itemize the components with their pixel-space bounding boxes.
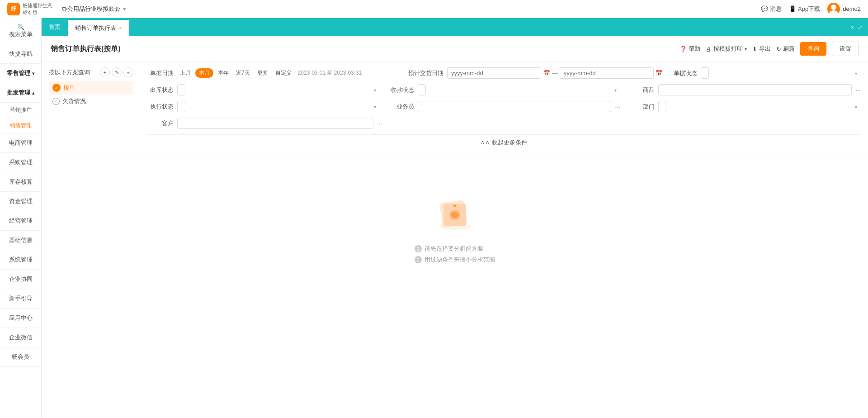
date-range-display: 2023-03-01 至 2023-03-31 xyxy=(298,69,362,77)
sidebar-item-system[interactable]: 系统管理 xyxy=(0,250,41,270)
main-layout: 🔍 搜索菜单 快捷导航 零售管理 ▾ 批发管理 ▴ 营销推广 销售管理 电商管理… xyxy=(0,18,868,418)
tab-active[interactable]: 销售订单执行表 × xyxy=(68,20,129,36)
dept-select[interactable] xyxy=(658,101,666,112)
breadcrumb-text: 办公用品行业模拟账套 xyxy=(61,5,120,13)
filter-left-header: 按以下方案查询 + ✎ « xyxy=(49,67,133,77)
sidebar-item-ecommerce[interactable]: 电商管理 xyxy=(0,133,41,153)
logo-area: 好 畅捷通好生意 标准版 xyxy=(7,2,52,15)
sidebar-item-app-center[interactable]: 应用中心 xyxy=(0,309,41,328)
sidebar-item-retail[interactable]: 零售管理 ▾ xyxy=(0,64,41,83)
tip-number-1: 1 xyxy=(415,245,422,252)
date-tab-more[interactable]: 更多 xyxy=(255,68,271,78)
message-button[interactable]: 💬 消息 xyxy=(761,5,782,13)
sidebar-item-search[interactable]: 🔍 搜索菜单 xyxy=(0,18,41,44)
sidebar-item-sales[interactable]: 销售管理 xyxy=(0,118,41,133)
print-icon: 🖨 xyxy=(706,46,712,52)
date-tab-this-month[interactable]: 本月 xyxy=(195,68,213,78)
order-status-select[interactable] xyxy=(701,67,709,79)
query-button[interactable]: 查询 xyxy=(800,42,826,56)
filter-group-customer: 客户 ··· xyxy=(146,118,382,129)
tip-number-2: 2 xyxy=(415,256,422,263)
expected-date-end-input[interactable] xyxy=(560,67,654,79)
search-icon: 🔍 xyxy=(17,24,24,30)
salesman-input[interactable] xyxy=(418,101,611,112)
sidebar-item-purchase[interactable]: 采购管理 xyxy=(0,153,41,172)
print-button[interactable]: 🖨 按模板打印 ▾ xyxy=(706,45,747,53)
date-tab-last-month[interactable]: 上月 xyxy=(177,68,193,78)
filter-group-expected-date: 预计交货日期 📅 — 📅 xyxy=(408,67,663,79)
out-status-label: 出库状态 xyxy=(146,86,174,94)
receipt-status-select[interactable] xyxy=(418,84,426,95)
sidebar-item-wholesale[interactable]: 批发管理 ▴ xyxy=(0,83,41,103)
empty-tip-2: 2 用过滤条件来缩小分析范围 xyxy=(415,256,495,264)
filter-collapse-button[interactable]: « xyxy=(123,67,133,77)
window-close-icon[interactable]: × xyxy=(850,24,854,31)
exec-status-select[interactable] xyxy=(177,101,185,112)
product-input[interactable] xyxy=(658,84,852,95)
filter-row-3: 执行状态 ▾ 业务员 xyxy=(146,101,861,112)
help-icon: ❓ xyxy=(679,46,687,52)
sidebar-item-finance[interactable]: 资金管理 xyxy=(0,192,41,211)
order-status-label: 单据状态 xyxy=(670,69,697,77)
date-tab-7days[interactable]: 近7天 xyxy=(233,68,253,78)
tab-bar: 首页 销售订单执行表 × × ⤢ xyxy=(42,18,868,36)
filter-add-button[interactable]: + xyxy=(100,67,110,77)
calendar-start-icon[interactable]: 📅 xyxy=(543,70,550,76)
svg-point-1 xyxy=(829,10,838,15)
filter-group-order-status: 单据状态 ▾ xyxy=(670,67,861,79)
export-button[interactable]: ⬇ 导出 xyxy=(752,45,771,53)
filter-group-date: 单据日期 上月 本月 本年 近7天 更多 自定义 2023-03-01 至 20… xyxy=(146,68,401,78)
sidebar-item-newcomer[interactable]: 新手引导 xyxy=(0,289,41,309)
date-tabs: 上月 本月 本年 近7天 更多 自定义 xyxy=(177,68,294,78)
chevron-down-icon: ▾ xyxy=(32,71,34,76)
expected-date-start-input[interactable] xyxy=(447,67,541,79)
order-status-select-wrap: ▾ xyxy=(701,67,861,79)
sidebar-item-marketing[interactable]: 营销推广 xyxy=(0,103,41,118)
tab-home[interactable]: 首页 xyxy=(42,18,68,36)
app-download-button[interactable]: 📱 App下载 xyxy=(789,5,820,13)
export-icon: ⬇ xyxy=(752,46,757,52)
logo-text: 畅捷通好生意 标准版 xyxy=(23,2,52,15)
calendar-end-icon[interactable]: 📅 xyxy=(656,70,663,76)
date-label: 单据日期 xyxy=(146,69,174,77)
exec-status-chevron-icon: ▾ xyxy=(374,104,376,109)
empty-tip-1: 1 请先选择要分析的方案 xyxy=(415,245,495,253)
breadcrumb-dropdown-icon[interactable]: ▾ xyxy=(123,5,126,12)
empty-state: 1 请先选择要分析的方案 2 用过滤条件来缩小分析范围 xyxy=(42,156,868,303)
sidebar-item-wechat[interactable]: 企业微信 xyxy=(0,328,41,347)
help-button[interactable]: ❓ 帮助 xyxy=(679,45,700,53)
user-profile[interactable]: demo2 xyxy=(827,3,861,15)
sidebar-item-quick-nav[interactable]: 快捷导航 xyxy=(0,44,41,64)
sidebar-item-enterprise[interactable]: 企业协同 xyxy=(0,270,41,289)
sidebar-item-basic-info[interactable]: 基础信息 xyxy=(0,231,41,250)
customer-more-icon[interactable]: ··· xyxy=(377,120,382,127)
refresh-button[interactable]: ↻ 刷新 xyxy=(776,45,795,53)
collapse-bar[interactable]: ∧∧ 收起更多条件 xyxy=(146,134,861,150)
customer-input[interactable] xyxy=(177,118,373,129)
avatar xyxy=(827,3,840,15)
filter-group-salesman: 业务员 ··· xyxy=(387,101,620,112)
tab-close-icon[interactable]: × xyxy=(119,25,122,31)
date-separator: — xyxy=(552,70,558,76)
filter-row-1: 单据日期 上月 本月 本年 近7天 更多 自定义 2023-03-01 至 20… xyxy=(146,67,861,79)
filter-area: 按以下方案查询 + ✎ « ✓ 按单 ○ xyxy=(42,62,868,156)
date-tab-this-year[interactable]: 本年 xyxy=(215,68,231,78)
filter-scheme-item-1[interactable]: ○ 欠货情况 xyxy=(49,95,133,108)
filter-group-out-status: 出库状态 ▾ xyxy=(146,84,380,95)
empty-state-icon xyxy=(432,192,477,238)
product-more-icon[interactable]: ··· xyxy=(855,86,861,94)
filter-scheme-item-0[interactable]: ✓ 按单 xyxy=(49,81,133,95)
window-expand-icon[interactable]: ⤢ xyxy=(858,24,863,31)
dept-chevron-icon: ▾ xyxy=(855,104,857,109)
sidebar-item-inventory[interactable]: 库存核算 xyxy=(0,172,41,192)
out-status-select[interactable] xyxy=(177,84,185,95)
out-status-chevron-icon: ▾ xyxy=(374,87,376,92)
filter-edit-button[interactable]: ✎ xyxy=(112,67,122,77)
settings-button[interactable]: 设置 xyxy=(832,42,859,56)
salesman-more-icon[interactable]: ··· xyxy=(615,103,620,110)
sidebar-item-operations[interactable]: 经营管理 xyxy=(0,211,41,231)
date-tab-custom[interactable]: 自定义 xyxy=(273,68,294,78)
sidebar-item-member[interactable]: 畅会员 xyxy=(0,347,41,367)
top-bar-right: 💬 消息 📱 App下载 demo2 xyxy=(761,3,861,15)
expected-date-label: 预计交货日期 xyxy=(408,69,443,77)
